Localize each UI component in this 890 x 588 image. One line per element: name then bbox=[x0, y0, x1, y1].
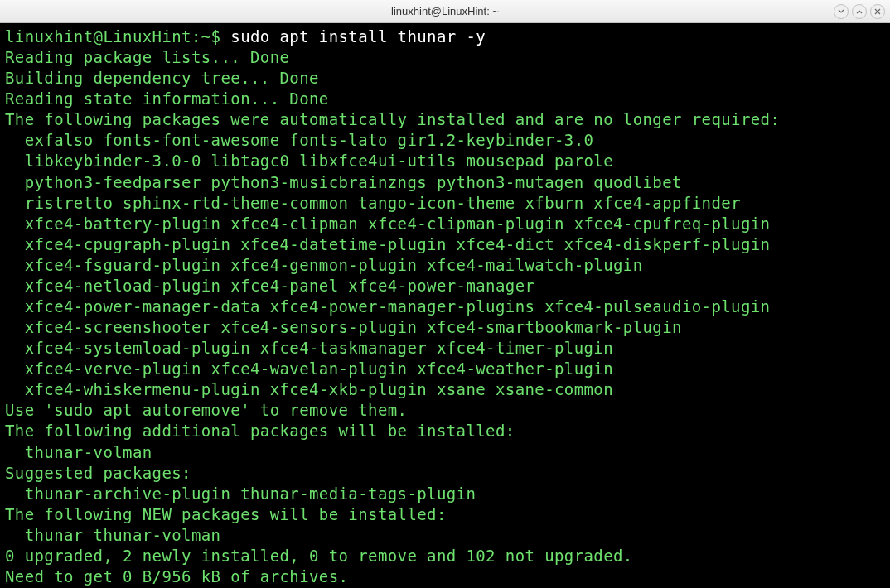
shell-prompt: linuxhint@LinuxHint:~$ bbox=[5, 27, 230, 46]
output-line: xfce4-cpugraph-plugin xfce4-datetime-plu… bbox=[5, 234, 885, 255]
output-line: xfce4-screenshooter xfce4-sensors-plugin… bbox=[5, 317, 885, 338]
output-line: xfce4-netload-plugin xfce4-panel xfce4-p… bbox=[5, 276, 885, 296]
maximize-button[interactable] bbox=[852, 4, 867, 19]
output-line: xfce4-battery-plugin xfce4-clipman xfce4… bbox=[5, 214, 885, 234]
output-line: thunar thunar-volman bbox=[5, 525, 885, 546]
output-line: xfce4-fsguard-plugin xfce4-genmon-plugin… bbox=[5, 255, 885, 276]
window-title: linuxhint@LinuxHint: ~ bbox=[391, 5, 499, 17]
titlebar: linuxhint@LinuxHint: ~ bbox=[0, 0, 890, 23]
output-line: ristretto sphinx-rtd-theme-common tango-… bbox=[5, 193, 885, 214]
terminal-window: linuxhint@LinuxHint: ~ linuxhint@LinuxHi… bbox=[0, 0, 890, 588]
output-line: Use 'sudo apt autoremove' to remove them… bbox=[5, 400, 885, 421]
prompt-line: linuxhint@LinuxHint:~$ sudo apt install … bbox=[5, 27, 885, 47]
shell-command: sudo apt install thunar -y bbox=[230, 27, 486, 46]
close-icon bbox=[873, 7, 882, 16]
output-line: thunar-volman bbox=[5, 442, 885, 463]
chevron-down-icon bbox=[837, 7, 845, 16]
output-line: Reading state information... Done bbox=[5, 89, 885, 109]
minimize-button[interactable] bbox=[834, 4, 849, 19]
close-button[interactable] bbox=[870, 4, 885, 19]
output-line: 0 upgraded, 2 newly installed, 0 to remo… bbox=[5, 546, 885, 566]
output-line: Building dependency tree... Done bbox=[5, 68, 885, 89]
chevron-up-icon bbox=[855, 7, 863, 16]
output-line: The following packages were automaticall… bbox=[5, 109, 885, 130]
output-line: python3-feedparser python3-musicbrainzng… bbox=[5, 172, 885, 193]
output-line: The following additional packages will b… bbox=[5, 421, 885, 441]
output-line: thunar-archive-plugin thunar-media-tags-… bbox=[5, 484, 885, 504]
output-line: exfalso fonts-font-awesome fonts-lato gi… bbox=[5, 130, 885, 151]
output-line: Need to get 0 B/956 kB of archives. bbox=[5, 566, 885, 587]
output-line: Suggested packages: bbox=[5, 463, 885, 484]
output-line: The following NEW packages will be insta… bbox=[5, 504, 885, 525]
output-line: xfce4-verve-plugin xfce4-wavelan-plugin … bbox=[5, 359, 885, 379]
output-line: libkeybinder-3.0-0 libtagc0 libxfce4ui-u… bbox=[5, 151, 885, 171]
output-line: xfce4-systemload-plugin xfce4-taskmanage… bbox=[5, 338, 885, 359]
output-line: xfce4-whiskermenu-plugin xfce4-xkb-plugi… bbox=[5, 379, 885, 400]
window-controls bbox=[834, 4, 885, 19]
terminal-area[interactable]: linuxhint@LinuxHint:~$ sudo apt install … bbox=[0, 23, 890, 588]
output-line: Reading package lists... Done bbox=[5, 47, 885, 68]
output-line: xfce4-power-manager-data xfce4-power-man… bbox=[5, 296, 885, 317]
